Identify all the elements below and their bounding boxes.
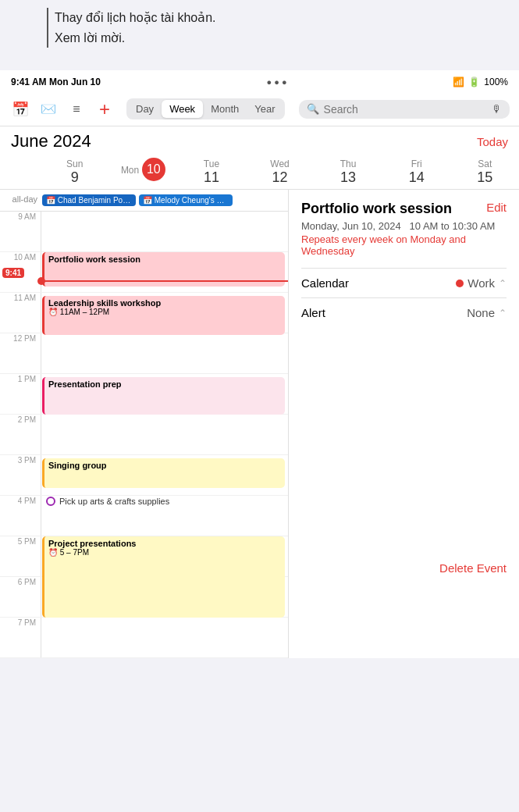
detail-calendar-label: Calendar [301,276,349,290]
time-row-2pm: 2 PM [0,415,288,455]
add-icon[interactable]: + [94,98,116,120]
detail-alert-row: Alert None ⌃ [301,297,507,327]
allday-label: all-day [0,190,41,211]
day-col-tue[interactable]: Tue 11 [177,155,246,189]
status-right: 📶 🔋 100% [453,77,508,87]
day-col-sat[interactable]: Sat 15 [450,155,519,189]
time-gutter-header [0,155,41,189]
alert-chevron-icon: ⌃ [499,308,507,319]
detail-pane: Portfolio work session Edit Monday, Jun … [289,190,519,658]
current-time-line [41,280,288,282]
day-headers: Sun 9 Mon 10 Tue 11 Wed 12 Thu 13 Fri 14… [0,155,519,190]
annotation-area: Thay đổi lịch hoặc tài khoản. Xem lời mờ… [47,8,216,48]
detail-title: Portfolio work session [301,201,480,217]
month-title: June 2024 [11,131,91,151]
time-row-7pm: 7 PM [0,618,288,658]
delete-event-button[interactable]: Delete Event [439,561,507,575]
allday-row: all-day 📅 Chad Benjamin Pott... 📅 Melody… [0,190,288,212]
status-time: 9:41 AM Mon Jun 10 [11,77,101,87]
allday-events: 📅 Chad Benjamin Pott... 📅 Melody Cheung'… [41,190,288,211]
day-col-mon[interactable]: Mon 10 [109,155,178,189]
detail-header: Portfolio work session Edit [301,201,507,217]
toolbar-icons: 📅 ✉️ ≡ + [9,98,116,120]
current-time-dot [37,277,45,285]
current-time-badge: 9:41 [2,268,24,278]
view-year[interactable]: Year [247,100,283,118]
day-col-thu[interactable]: Thu 13 [314,155,382,189]
view-switcher: Day Week Month Year [126,98,285,119]
month-header: June 2024 Today [0,126,519,155]
calendar-chevron-icon: ⌃ [499,278,507,289]
calendar-icon[interactable]: 📅 [9,98,31,120]
day-col-fri[interactable]: Fri 14 [382,155,451,189]
calendar-color-dot [456,280,464,287]
day-col-wed[interactable]: Wed 12 [246,155,315,189]
event-project[interactable]: Project presentations ⏰ 5 – 7PM [42,536,285,618]
detail-calendar-row: Calendar Work ⌃ [301,268,507,297]
search-input[interactable] [324,103,487,116]
annotation-line1: Thay đổi lịch hoặc tài khoản. [55,8,216,28]
event-pickup[interactable]: Pick up arts & crafts supplies [42,491,285,511]
search-icon: 🔍 [307,103,319,115]
annotation-line2: Xem lời mời. [55,28,216,48]
detail-date: Monday, Jun 10, 2024 10 AM to 10:30 AM [301,220,507,232]
time-row-12pm: 12 PM [0,333,288,374]
mic-icon[interactable]: 🎙 [492,103,502,115]
detail-alert-value[interactable]: None ⌃ [467,306,507,319]
edit-button[interactable]: Edit [486,201,507,214]
list-icon[interactable]: ≡ [66,98,87,120]
day-col-sun[interactable]: Sun 9 [41,155,109,189]
inbox-icon[interactable]: ✉️ [37,98,59,120]
status-dots: ● ● ● [267,77,287,87]
event-presentation[interactable]: Presentation prep [42,377,285,415]
wifi-icon: 📶 [453,77,464,87]
main-content: all-day 📅 Chad Benjamin Pott... 📅 Melody… [0,190,519,658]
toolbar: 📅 ✉️ ≡ + Day Week Month Year 🔍 🎙 [0,92,519,126]
detail-calendar-value[interactable]: Work ⌃ [456,276,507,290]
detail-repeat: Repeats every week on Monday and Wednesd… [301,233,507,257]
allday-event-melody[interactable]: 📅 Melody Cheung's Bi... [139,194,233,206]
allday-event-chad[interactable]: 📅 Chad Benjamin Pott... [42,194,136,206]
calendar-pane: all-day 📅 Chad Benjamin Pott... 📅 Melody… [0,190,289,658]
event-leadership[interactable]: Leadership skills workshop ⏰ 11AM – 12PM [42,296,285,335]
view-day[interactable]: Day [128,100,162,118]
view-week[interactable]: Week [162,100,203,118]
time-grid: 9 AM 10 AM 9:41 11 AM 12 PM [0,212,288,658]
today-button[interactable]: Today [477,135,508,148]
status-bar: 9:41 AM Mon Jun 10 ● ● ● 📶 🔋 100% [0,70,519,92]
time-row-9am: 9 AM [0,212,288,252]
task-circle-icon [46,497,55,506]
delete-button-area: Delete Event [301,561,507,575]
battery-icon: 🔋 [468,77,480,87]
search-box[interactable]: 🔍 🎙 [299,100,510,119]
event-singing[interactable]: Singing group [42,458,285,488]
detail-alert-label: Alert [301,306,325,319]
view-month[interactable]: Month [203,100,247,118]
